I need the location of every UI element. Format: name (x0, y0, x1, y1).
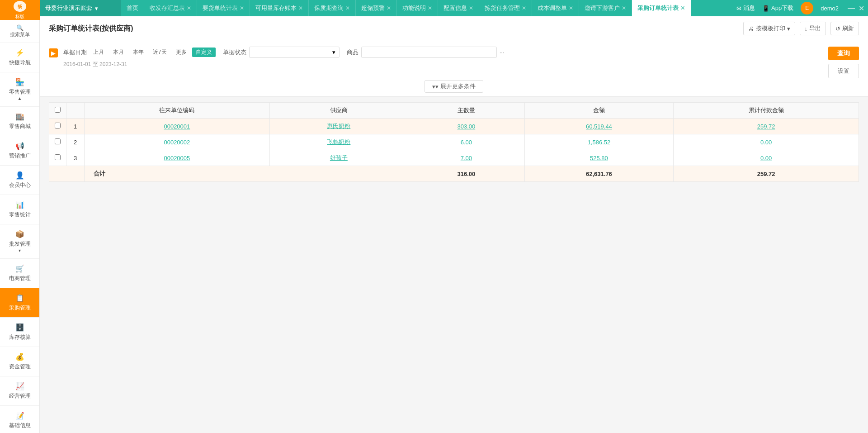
tab-warranty-query[interactable]: 保质期查询 ✕ (309, 0, 356, 16)
filter-main-row: 单据日期 上月 本月 本年 近7天 更多 自定义 (63, 47, 818, 58)
tab-close-icon[interactable]: ✕ (522, 5, 526, 11)
row-amount: 525.80 (524, 150, 674, 166)
sidebar-item-quick-nav[interactable]: ⚡ 快捷导航 (0, 43, 39, 72)
summary-row: 合计 316.00 62,631.76 259.72 (49, 166, 859, 182)
tab-config-info[interactable]: 配置信息 ✕ (438, 0, 479, 16)
row-unit-code: 00020005 (85, 150, 270, 166)
paid-amount-link[interactable]: 0.00 (760, 155, 772, 162)
row-select-checkbox[interactable] (55, 123, 61, 128)
sidebar-item-retail-mall[interactable]: 🏬 零售商城 (0, 107, 39, 136)
goods-input[interactable] (361, 47, 497, 58)
sidebar-item-operations[interactable]: 📈 经营管理 (0, 376, 39, 406)
window-minimize-icon[interactable]: — (848, 4, 855, 12)
purchase-icon: 📋 (15, 294, 24, 302)
sidebar-item-finance[interactable]: 💰 资金管理 (0, 347, 39, 376)
tab-close-icon[interactable]: ✕ (622, 5, 626, 11)
export-button[interactable]: ↓ 导出 (800, 22, 826, 35)
unit-code-link[interactable]: 00020002 (164, 139, 190, 146)
main-qty-link[interactable]: 7.00 (461, 155, 472, 162)
sidebar-item-inventory[interactable]: 🗄️ 库存核算 (0, 318, 39, 347)
supplier-link[interactable]: 飞鹤奶粉 (327, 138, 350, 145)
sidebar-item-search[interactable]: 🔍 搜索菜单 (0, 20, 39, 43)
date-shortcut-7days[interactable]: 近7天 (149, 48, 170, 57)
settings-button[interactable]: 设置 (828, 64, 859, 78)
row-amount: 60,519.44 (524, 119, 674, 134)
sidebar-item-retail[interactable]: 🏪 零售管理 ▲ (0, 72, 39, 107)
row-select-checkbox[interactable] (55, 138, 61, 144)
print-button[interactable]: 🖨 按模板打印 ▾ (743, 22, 795, 35)
window-controls: — ✕ (844, 4, 868, 13)
tab-close-icon[interactable]: ✕ (428, 5, 432, 11)
message-icon: ✉ (736, 5, 741, 12)
tab-pick-task[interactable]: 拣货任务管理 ✕ (479, 0, 532, 16)
app-logo[interactable]: 畅 标版 (0, 0, 40, 20)
sidebar-item-member[interactable]: 👤 会员中心 (0, 166, 39, 195)
tab-close-icon[interactable]: ✕ (187, 5, 191, 11)
row-paid-amount: 259.72 (674, 119, 859, 134)
row-main-qty: 6.00 (408, 134, 525, 150)
sidebar-item-ecommerce[interactable]: 🛒 电商管理 (0, 259, 39, 288)
workspace-selector[interactable]: 母婴行业演示账套 ▾ (40, 0, 121, 16)
row-supplier: 惠氏奶粉 (269, 119, 408, 134)
sidebar-item-wholesale[interactable]: 📦 批发管理 ▾ (0, 224, 39, 259)
date-shortcut-more[interactable]: 更多 (172, 48, 190, 57)
sidebar-item-label: 零售商城 (9, 123, 31, 130)
select-all-checkbox[interactable] (55, 107, 61, 113)
user-avatar[interactable]: E (801, 2, 813, 14)
tab-available-stock[interactable]: 可用量库存账本 ✕ (250, 0, 309, 16)
goods-more-icon[interactable]: ··· (500, 49, 505, 56)
amount-link[interactable]: 525.80 (590, 155, 608, 162)
nav-actions: ✉ 消息 📱 App下载 E demo2 (731, 2, 844, 14)
expand-button[interactable]: ▾▾ 展开更多条件 (425, 80, 483, 93)
window-close-icon[interactable]: ✕ (859, 4, 864, 13)
paid-amount-link[interactable]: 0.00 (760, 139, 772, 146)
date-custom-badge[interactable]: 自定义 (192, 48, 216, 57)
tab-function-desc[interactable]: 功能说明 ✕ (397, 0, 438, 16)
tab-close-icon[interactable]: ✕ (240, 5, 244, 11)
tab-close-icon[interactable]: ✕ (469, 5, 473, 11)
table-row: 1 00020001 惠氏奶粉 303.00 60,519.44 (49, 119, 859, 134)
amount-link[interactable]: 1,586.52 (588, 139, 611, 146)
message-button[interactable]: ✉ 消息 (736, 4, 755, 12)
row-select-checkbox[interactable] (55, 154, 61, 160)
tab-order-summary[interactable]: 要货单统计表 ✕ (197, 0, 250, 16)
paid-amount-link[interactable]: 259.72 (757, 123, 775, 130)
sidebar-item-retail-stats[interactable]: 📊 零售统计 (0, 195, 39, 224)
sidebar-item-basic-info[interactable]: 📝 基础信息 (0, 406, 39, 433)
tab-close-icon[interactable]: ✕ (387, 5, 391, 11)
sidebar-item-label: 库存核算 (9, 333, 31, 341)
tab-close-icon[interactable]: ✕ (569, 5, 573, 11)
status-select[interactable]: ▾ (249, 47, 340, 58)
tab-overstock-alert-label: 超储预警 (361, 4, 385, 12)
tab-overstock-alert[interactable]: 超储预警 ✕ (356, 0, 397, 16)
filter-toggle-button[interactable]: ▶ (49, 48, 58, 57)
table-row: 2 00020002 飞鹤奶粉 6.00 1,586.52 (49, 134, 859, 150)
supplier-link[interactable]: 惠氏奶粉 (327, 123, 350, 129)
tab-purchase-summary-label: 采购订单统计表 (637, 4, 679, 12)
app-download-button[interactable]: 📱 App下载 (762, 4, 793, 12)
unit-code-link[interactable]: 00020001 (164, 123, 190, 130)
refresh-button[interactable]: ↺ 刷新 (830, 22, 859, 35)
main-qty-link[interactable]: 6.00 (461, 139, 472, 146)
main-qty-link[interactable]: 303.00 (457, 123, 475, 130)
tab-cost-adjust[interactable]: 成本调整单 ✕ (532, 0, 579, 16)
sidebar-item-marketing[interactable]: 📢 营销推广 (0, 136, 39, 166)
sidebar-item-purchase[interactable]: 📋 采购管理 (0, 288, 39, 318)
tab-purchase-summary[interactable]: 采购订单统计表 ✕ (632, 0, 691, 16)
message-label: 消息 (743, 4, 755, 12)
query-button[interactable]: 查询 (828, 47, 859, 60)
supplier-link[interactable]: 好孩子 (330, 154, 348, 161)
tab-close-icon[interactable]: ✕ (345, 5, 350, 11)
date-shortcut-this-month[interactable]: 本月 (109, 48, 127, 57)
tab-invite-downstream[interactable]: 邀请下游客户 ✕ (579, 0, 632, 16)
tab-receive-summary[interactable]: 收发存汇总表 ✕ (144, 0, 197, 16)
date-shortcut-last-month[interactable]: 上月 (90, 48, 108, 57)
amount-link[interactable]: 60,519.44 (586, 123, 612, 130)
tab-close-icon[interactable]: ✕ (680, 5, 685, 11)
unit-code-link[interactable]: 00020005 (164, 155, 190, 162)
th-main-qty: 主数量 (408, 103, 525, 119)
tab-close-icon[interactable]: ✕ (298, 5, 303, 11)
tab-home[interactable]: 首页 (121, 0, 144, 16)
header-row: 往来单位编码 供应商 主数量 金额 累计付款金额 (49, 103, 859, 119)
date-shortcut-this-year[interactable]: 本年 (129, 48, 147, 57)
